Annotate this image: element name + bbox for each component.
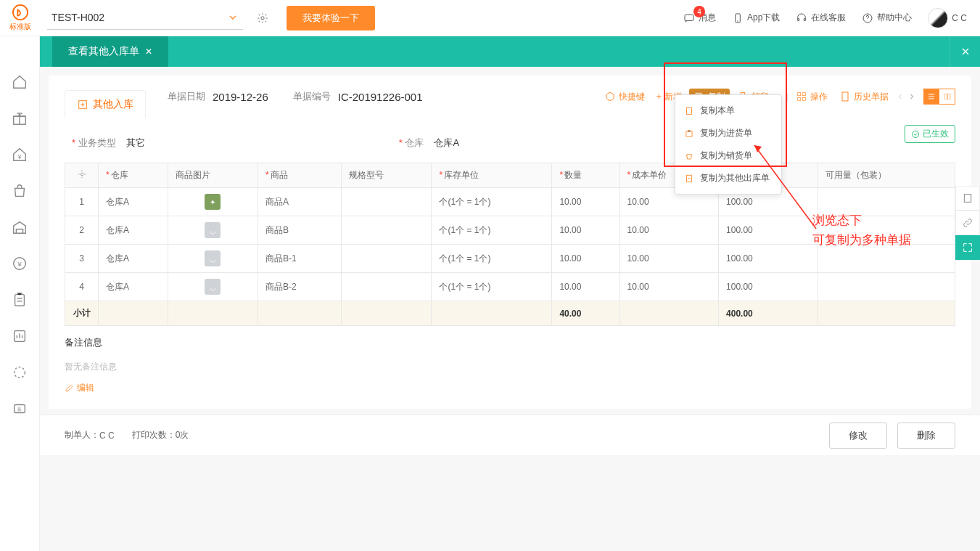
note-icon xyxy=(962,192,973,204)
company-name: TEST-H002 xyxy=(52,12,104,23)
subtotal-row: 小计40.00400.00 xyxy=(65,301,955,326)
card-icon xyxy=(943,92,952,101)
svg-rect-27 xyxy=(947,94,950,99)
svg-rect-22 xyxy=(802,93,805,96)
tabs-close-all[interactable] xyxy=(950,36,980,67)
float-note-button[interactable] xyxy=(955,186,980,211)
col-product: *商品 xyxy=(258,163,342,188)
grid-icon xyxy=(796,91,807,102)
float-expand-button[interactable] xyxy=(955,235,980,260)
settings-button[interactable] xyxy=(252,12,273,24)
edit-label: 编辑 xyxy=(77,382,94,394)
svg-rect-30 xyxy=(687,107,692,114)
report-icon[interactable] xyxy=(12,328,28,344)
wh-label: 仓库 xyxy=(405,137,424,148)
warehouse-icon[interactable] xyxy=(12,219,28,235)
keyboard-icon xyxy=(604,91,616,102)
document-header: 其他入库 单据日期 2019-12-26 单据编号 IC-20191226-00… xyxy=(65,75,955,118)
customer-service-link[interactable]: 在线客服 xyxy=(796,12,846,24)
edit-remarks-button[interactable]: 编辑 xyxy=(65,382,955,394)
svg-text:¥: ¥ xyxy=(17,261,22,268)
bag-icon[interactable] xyxy=(12,183,28,199)
tab-close-icon[interactable]: ✕ xyxy=(145,46,152,57)
user-name: C C xyxy=(952,13,967,23)
operations-button[interactable]: 操作 xyxy=(791,89,832,105)
chevron-right-icon[interactable] xyxy=(907,92,916,101)
col-gear[interactable] xyxy=(65,163,99,188)
creator-label: 制单人： xyxy=(65,429,99,441)
company-select[interactable]: TEST-H002 xyxy=(47,7,243,30)
date-label: 单据日期 xyxy=(168,90,205,103)
shortcut-button[interactable]: 快捷键 xyxy=(600,89,649,105)
svg-rect-35 xyxy=(964,195,971,203)
app-download-link[interactable]: App下载 xyxy=(732,12,780,24)
modify-button[interactable]: 修改 xyxy=(829,423,887,449)
document-footer: 制单人： C C 打印次数： 0次 修改 删除 xyxy=(40,415,980,455)
doc-no-value: IC-20191226-001 xyxy=(338,91,423,103)
warehouse-field: * 仓库 仓库A xyxy=(399,136,459,150)
try-button[interactable]: 我要体验一下 xyxy=(287,6,375,30)
float-link-button[interactable] xyxy=(955,211,980,235)
copy-as-other-out[interactable]: 复制为其他出库单 xyxy=(675,167,781,189)
user-menu[interactable]: C C xyxy=(928,8,967,28)
document-type-tab[interactable]: 其他入库 xyxy=(65,90,146,118)
document-icon xyxy=(839,91,851,102)
table-row[interactable]: 3仓库A◡商品B-1个(1个 = 1个)10.0010.00100.00 xyxy=(65,245,955,273)
list-view-button[interactable] xyxy=(923,89,939,105)
creator-value: C C xyxy=(99,430,115,441)
copy-as-purchase[interactable]: 复制为进货单 xyxy=(675,122,781,144)
col-qty: *数量 xyxy=(552,163,619,188)
svg-rect-26 xyxy=(944,94,947,99)
logo[interactable]: 标准版 xyxy=(0,4,40,32)
house-money-icon[interactable]: ¥ xyxy=(12,147,28,163)
home-icon[interactable] xyxy=(12,74,28,90)
tab-detail[interactable]: 查看其他入库单 ✕ xyxy=(52,36,168,67)
logo-icon xyxy=(12,4,28,20)
product-thumb: ◡ xyxy=(205,222,221,238)
help-label: 帮助中心 xyxy=(877,12,912,24)
messages-link[interactable]: 消息 4 xyxy=(683,12,716,24)
gift-icon[interactable] xyxy=(12,110,28,126)
remarks-title: 备注信息 xyxy=(65,336,955,349)
clipboard-icon[interactable] xyxy=(12,292,28,308)
list-icon xyxy=(927,92,936,101)
copy-this-doc[interactable]: 复制本单 xyxy=(675,99,781,122)
table-row[interactable]: 2仓库A◡商品B个(1个 = 1个)10.0010.00100.00 xyxy=(65,216,955,245)
chevron-left-icon[interactable] xyxy=(896,92,905,101)
expand-icon xyxy=(962,242,973,253)
sale-icon xyxy=(684,151,694,161)
remarks-section: 备注信息 暂无备注信息 编辑 xyxy=(65,336,955,394)
svg-point-28 xyxy=(913,131,919,137)
view-toggle xyxy=(923,89,955,105)
table-row[interactable]: 4仓库A◡商品B-2个(1个 = 1个)10.0010.00100.00 xyxy=(65,273,955,301)
edit-icon xyxy=(65,383,74,393)
inbound-icon xyxy=(77,99,88,110)
card-view-button[interactable] xyxy=(939,89,955,105)
wallet-icon[interactable]: ¥ xyxy=(12,256,28,272)
svg-rect-23 xyxy=(798,97,801,100)
product-thumb: ◡ xyxy=(205,279,221,295)
table-row[interactable]: 1仓库A✦商品A个(1个 = 1个)10.0010.00100.00 xyxy=(65,188,955,216)
tabs-bar: 首页 查看其他入库单 ✕ xyxy=(0,36,980,67)
col-spec: 规格型号 xyxy=(341,163,431,188)
svg-point-4 xyxy=(737,20,738,21)
copy-dropdown: 复制本单 复制为进货单 复制为销货单 复制为其他出库单 xyxy=(675,94,782,195)
headset-icon xyxy=(796,12,807,24)
doc-icon xyxy=(684,106,694,116)
chevron-down-icon xyxy=(227,12,239,23)
outbound-icon xyxy=(684,174,694,184)
customer-service-label: 在线客服 xyxy=(811,12,846,24)
document-panel: 其他入库 单据日期 2019-12-26 单据编号 IC-20191226-00… xyxy=(49,75,971,409)
prints-value: 0次 xyxy=(176,429,189,441)
loading-icon[interactable] xyxy=(12,364,28,380)
help-link[interactable]: 帮助中心 xyxy=(862,12,912,24)
history-button[interactable]: 历史单据 xyxy=(835,89,893,105)
svg-text:新: 新 xyxy=(17,407,22,412)
copy-as-sale[interactable]: 复制为销货单 xyxy=(675,144,781,167)
remarks-empty: 暂无备注信息 xyxy=(65,361,955,373)
new-icon[interactable]: 新 xyxy=(12,401,28,417)
dd-label: 复制为进货单 xyxy=(700,127,752,139)
svg-point-1 xyxy=(261,17,264,20)
gear-icon xyxy=(77,169,87,179)
delete-button[interactable]: 删除 xyxy=(897,423,955,449)
